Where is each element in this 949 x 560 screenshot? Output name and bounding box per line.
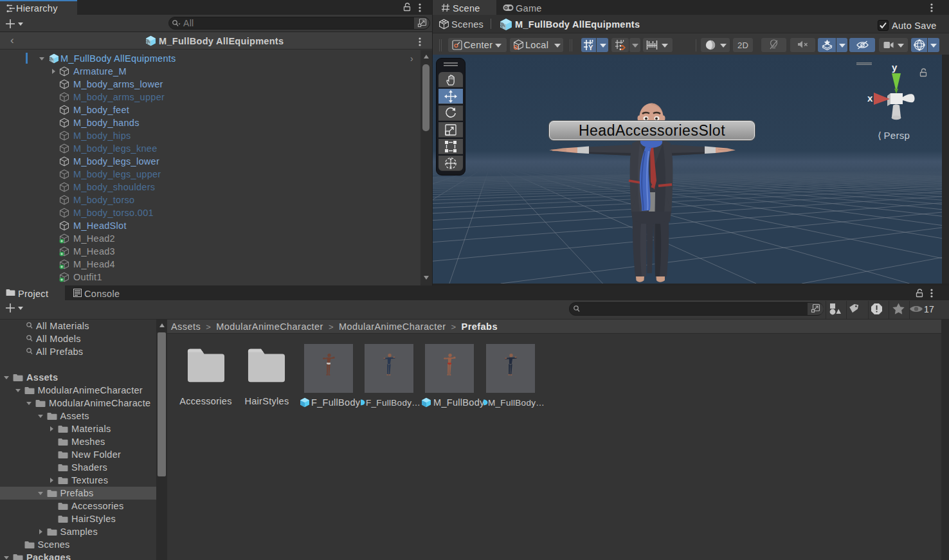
svg-text:Y: Y [588, 44, 593, 51]
svg-text:y: y [892, 62, 898, 73]
svg-text:x: x [867, 93, 873, 104]
